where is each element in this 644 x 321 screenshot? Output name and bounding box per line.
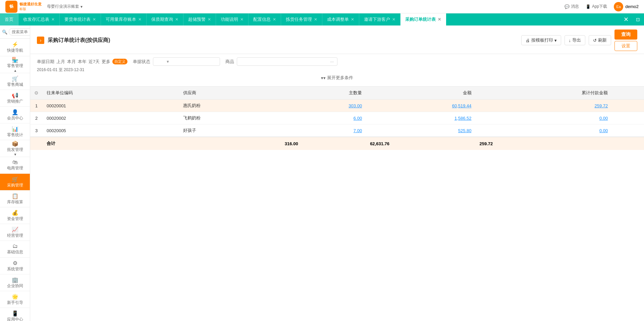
quick-nav-label: 快捷导航 xyxy=(7,48,23,53)
sidebar-item-wholesale[interactable]: 📦 批发管理 ▼ xyxy=(0,140,30,157)
sidebar-item-basic[interactable]: 🗂 基础信息 xyxy=(0,241,30,258)
footer-paid: 259.72 xyxy=(476,137,612,150)
logo-sub: 标版 xyxy=(19,7,42,11)
tab-warranty[interactable]: 保质期查询 ✕ xyxy=(147,13,183,25)
sidebar-item-retail-shop[interactable]: 🛒 零售商城 xyxy=(0,73,30,90)
sidebar-item-newbie[interactable]: 🌟 新手引导 xyxy=(0,291,30,308)
tab-purchase-summary[interactable]: 采购订单统计表 ✕ xyxy=(400,13,446,25)
date-shortcut-7days[interactable]: 近7天 xyxy=(89,59,100,65)
date-shortcut-this-year[interactable]: 本年 xyxy=(78,59,87,65)
row1-extra xyxy=(612,100,644,112)
tab-config-info[interactable]: 配置信息 ✕ xyxy=(249,13,281,25)
sidebar-item-retail-stats[interactable]: 📊 零售统计 xyxy=(0,123,30,140)
row2-paid[interactable]: 0.00 xyxy=(476,112,612,124)
export-label: 导出 xyxy=(572,37,581,43)
tab-purchase-summary-label: 采购订单统计表 xyxy=(405,16,436,22)
quick-nav-button[interactable]: ⚡ 快捷导航 xyxy=(0,39,30,56)
sidebar-item-basic-label: 基础信息 xyxy=(7,249,23,255)
export-button[interactable]: ↓ 导出 xyxy=(565,35,586,45)
row1-unit-code: 00020001 xyxy=(43,100,179,112)
tab-invite-customer-close[interactable]: ✕ xyxy=(392,17,395,22)
footer-amount: 62,631.76 xyxy=(366,137,475,150)
date-shortcut-more[interactable]: 更多 xyxy=(102,59,110,65)
tab-config-info-close[interactable]: ✕ xyxy=(273,17,276,22)
sidebar-item-purchase[interactable]: 🛒 采购管理 xyxy=(0,174,30,191)
sidebar-item-app-center[interactable]: 📱 应用中心 xyxy=(0,308,30,321)
message-button[interactable]: 💬 消息 xyxy=(565,4,579,9)
sidebar-item-membership[interactable]: 👤 会员中心 xyxy=(0,107,30,123)
user-menu[interactable]: Ea demo2 xyxy=(614,2,639,11)
sidebar-item-finance[interactable]: 💰 资金管理 xyxy=(0,207,30,224)
tab-overstock-close[interactable]: ✕ xyxy=(208,17,211,22)
sidebar-item-inventory[interactable]: 📋 库存核算 xyxy=(0,191,30,207)
goods-input[interactable]: ··· xyxy=(237,57,337,66)
header-actions: 🖨 按模板打印 ▾ ↓ 导出 ↺ 刷新 查询 设置 xyxy=(521,30,638,51)
sidebar-item-enterprise[interactable]: 🏢 企业协同 xyxy=(0,274,30,291)
row1-paid[interactable]: 259.72 xyxy=(476,100,612,112)
status-filter: 单据状态 ▾ xyxy=(133,57,220,66)
tab-receive-summary[interactable]: 收发存汇总表 ✕ xyxy=(18,13,60,25)
row1-amount[interactable]: 60,519.44 xyxy=(366,100,475,112)
custom-date-badge[interactable]: 自定义 xyxy=(112,59,127,64)
sidebar-item-marketing[interactable]: 📢 营销推广 xyxy=(0,90,30,107)
tab-overstock-label: 超储预警 xyxy=(188,16,206,22)
gear-icon: ⚙ xyxy=(34,90,39,96)
tab-function-desc[interactable]: 功能说明 ✕ xyxy=(216,13,249,25)
retail-stats-icon: 📊 xyxy=(12,126,18,132)
col-settings[interactable]: ⚙ xyxy=(30,87,43,100)
tab-goods-summary-close[interactable]: ✕ xyxy=(93,17,96,22)
tab-restore-button[interactable]: ⊡ xyxy=(632,13,644,25)
sidebar-item-operation[interactable]: 📈 经营管理 xyxy=(0,224,30,241)
main-content: › 采购订单统计表(按供应商) 🖨 按模板打印 ▾ ↓ 导出 ↺ 刷新 xyxy=(30,25,644,321)
workspace-selector[interactable]: 母婴行业演示账套 ▾ xyxy=(47,4,83,9)
tab-config-info-label: 配置信息 xyxy=(253,16,271,22)
sidebar-item-system[interactable]: ⚙ 系统管理 xyxy=(0,258,30,274)
sidebar-item-ecommerce[interactable]: 🛍 电商管理 xyxy=(0,157,30,174)
sidebar-toggle-button[interactable]: › xyxy=(37,37,44,44)
row3-amount[interactable]: 525.80 xyxy=(366,124,475,137)
tab-available-stock[interactable]: 可用量库存账本 ✕ xyxy=(101,13,147,25)
sidebar-item-finance-label: 资金管理 xyxy=(7,216,23,222)
query-button[interactable]: 查询 xyxy=(614,30,637,40)
row1-quantity[interactable]: 303.00 xyxy=(281,100,366,112)
expand-filters-button[interactable]: ▾▾ 展开更多条件 xyxy=(321,75,353,81)
tab-home[interactable]: 首页 xyxy=(0,13,18,25)
search-input[interactable] xyxy=(9,28,30,36)
status-filter-label: 单据状态 xyxy=(133,59,150,65)
row2-unit-code: 00020002 xyxy=(43,112,179,124)
print-button[interactable]: 🖨 按模板打印 ▾ xyxy=(521,35,561,45)
date-shortcut-last-month[interactable]: 上月 xyxy=(56,59,65,65)
tab-overstock[interactable]: 超储预警 ✕ xyxy=(183,13,216,25)
tab-invite-customer[interactable]: 邀请下游客户 ✕ xyxy=(359,13,400,25)
row3-quantity[interactable]: 7.00 xyxy=(281,124,366,137)
tab-available-stock-close[interactable]: ✕ xyxy=(138,17,142,22)
row2-quantity[interactable]: 6.00 xyxy=(281,112,366,124)
sidebar-item-retail[interactable]: 🏪 零售管理 ▲ xyxy=(0,56,30,73)
tab-cost-adjust-close[interactable]: ✕ xyxy=(351,17,354,22)
wholesale-expand-icon: ▼ xyxy=(14,153,17,156)
tab-warranty-label: 保质期查询 xyxy=(151,16,173,22)
settings-button[interactable]: 设置 xyxy=(614,41,637,51)
tab-goods-summary[interactable]: 要货单统计表 ✕ xyxy=(60,13,101,25)
date-shortcuts: 上月 本月 本年 近7天 更多 自定义 xyxy=(56,59,127,65)
tab-receive-summary-close[interactable]: ✕ xyxy=(51,17,55,22)
logo-char: 畅 xyxy=(9,4,13,9)
col-unit-code: 往来单位编码 xyxy=(43,87,179,100)
table-row: 1 00020001 惠氏奶粉 303.00 60,519.44 259.72 xyxy=(30,100,644,112)
wholesale-icon: 📦 xyxy=(12,141,18,147)
username-label: demo2 xyxy=(625,4,639,9)
tab-pick-task[interactable]: 拣货任务管理 ✕ xyxy=(281,13,322,25)
refresh-button[interactable]: ↺ 刷新 xyxy=(589,35,611,45)
row2-amount[interactable]: 1,586.52 xyxy=(366,112,475,124)
row3-paid[interactable]: 0.00 xyxy=(476,124,612,137)
tab-purchase-summary-close[interactable]: ✕ xyxy=(438,17,441,22)
col-amount: 金额 xyxy=(366,87,475,100)
tab-function-desc-close[interactable]: ✕ xyxy=(240,17,244,22)
tab-cost-adjust[interactable]: 成本调整单 ✕ xyxy=(322,13,359,25)
tab-pick-task-close[interactable]: ✕ xyxy=(314,17,317,22)
date-shortcut-this-month[interactable]: 本月 xyxy=(67,59,76,65)
app-download-button[interactable]: 📱 App下载 xyxy=(586,4,607,9)
status-select[interactable]: ▾ xyxy=(153,57,220,66)
tab-close-button[interactable]: ✕ xyxy=(620,13,632,25)
tab-warranty-close[interactable]: ✕ xyxy=(175,17,178,22)
